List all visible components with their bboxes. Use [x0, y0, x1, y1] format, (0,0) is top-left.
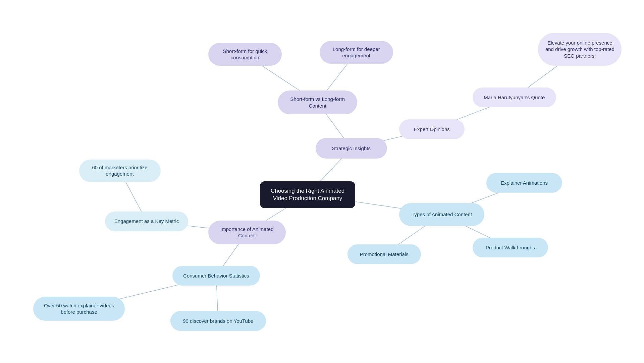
- node-label-types_animated: Types of Animated Content: [412, 211, 472, 218]
- node-90_youtube[interactable]: 90 discover brands on YouTube: [170, 311, 266, 331]
- node-product_walkthroughs[interactable]: Product Walkthroughs: [473, 238, 548, 257]
- node-label-60_marketers: 60 of marketers prioritize engagement: [86, 164, 154, 177]
- node-60_marketers[interactable]: 60 of marketers prioritize engagement: [79, 160, 161, 182]
- node-importance[interactable]: Importance of Animated Content: [208, 221, 286, 244]
- node-elevate[interactable]: Elevate your online presence and drive g…: [538, 33, 622, 66]
- node-explainer[interactable]: Explainer Animations: [486, 173, 562, 193]
- node-engagement_metric[interactable]: Engagement as a Key Metric: [105, 211, 189, 231]
- node-label-explainer: Explainer Animations: [501, 180, 548, 186]
- node-short_long_content[interactable]: Short-form vs Long-form Content: [278, 90, 357, 114]
- node-short_form[interactable]: Short-form for quick consumption: [208, 43, 282, 66]
- node-label-consumer_behavior: Consumer Behavior Statistics: [183, 273, 249, 279]
- node-types_animated[interactable]: Types of Animated Content: [399, 203, 485, 226]
- node-label-importance: Importance of Animated Content: [215, 226, 279, 239]
- node-label-over50: Over 50 watch explainer videos before pu…: [40, 302, 118, 315]
- node-long_form[interactable]: Long-form for deeper engagement: [320, 41, 393, 64]
- node-label-expert_opinions: Expert Opinions: [414, 126, 450, 133]
- node-label-long_form: Long-form for deeper engagement: [326, 46, 386, 59]
- node-consumer_behavior[interactable]: Consumer Behavior Statistics: [172, 266, 260, 286]
- node-over50[interactable]: Over 50 watch explainer videos before pu…: [33, 297, 125, 320]
- node-promotional[interactable]: Promotional Materials: [347, 244, 421, 264]
- node-label-promotional: Promotional Materials: [360, 251, 409, 258]
- node-label-90_youtube: 90 discover brands on YouTube: [183, 318, 253, 324]
- node-maria_quote[interactable]: Maria Harutyunyan's Quote: [473, 87, 556, 107]
- node-strategic_insights[interactable]: Strategic Insights: [316, 138, 387, 159]
- node-label-center: Choosing the Right Animated Video Produc…: [267, 187, 348, 202]
- node-expert_opinions[interactable]: Expert Opinions: [399, 119, 465, 139]
- node-label-product_walkthroughs: Product Walkthroughs: [486, 244, 535, 251]
- node-label-strategic_insights: Strategic Insights: [332, 145, 371, 152]
- node-center[interactable]: Choosing the Right Animated Video Produc…: [260, 181, 355, 208]
- node-label-short_form: Short-form for quick consumption: [215, 48, 275, 61]
- node-label-short_long_content: Short-form vs Long-form Content: [284, 96, 351, 109]
- node-label-maria_quote: Maria Harutyunyan's Quote: [484, 94, 545, 101]
- node-label-engagement_metric: Engagement as a Key Metric: [114, 218, 179, 225]
- mind-map-canvas: Choosing the Right Animated Video Produc…: [0, 0, 644, 363]
- node-label-elevate: Elevate your online presence and drive g…: [545, 40, 615, 59]
